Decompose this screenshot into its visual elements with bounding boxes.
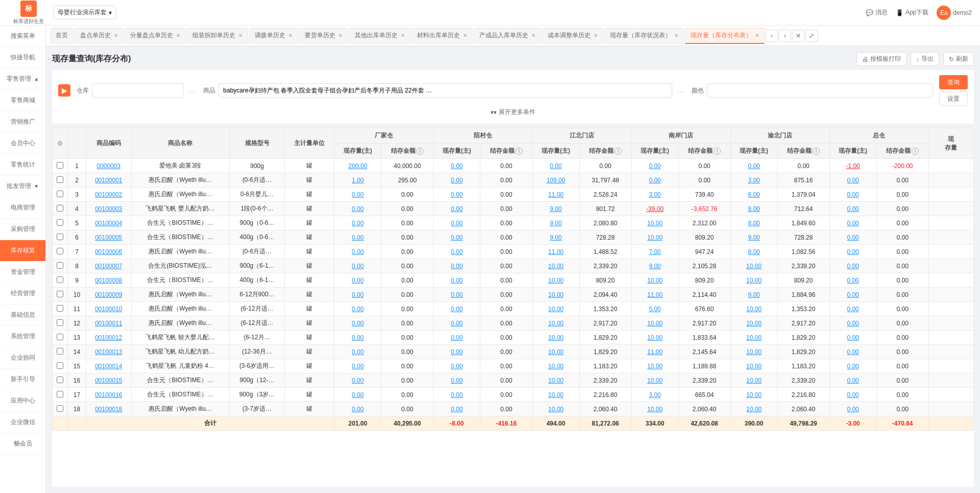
warehouse-input[interactable] <box>92 83 184 98</box>
row-code[interactable]: 00100013 <box>86 345 132 359</box>
row-nanan-qty[interactable]: 10.00 <box>631 316 678 331</box>
tab-transfer[interactable]: 调拨单历史✕ <box>249 28 298 43</box>
row-total-qty[interactable]: 0.00 <box>829 173 876 187</box>
sidebar-item-app-center[interactable]: 应用中心 <box>0 390 45 412</box>
row-mocun-qty[interactable]: 0.00 <box>433 273 480 288</box>
row-select-checkbox[interactable] <box>57 219 63 226</box>
row-factory-qty[interactable]: 0.00 <box>334 345 381 359</box>
row-select-checkbox[interactable] <box>57 248 63 254</box>
row-jiangbei-qty[interactable]: 10.00 <box>532 288 579 302</box>
sidebar-item-guide[interactable]: 新手引导 <box>0 369 45 390</box>
row-factory-qty[interactable]: 0.00 <box>334 273 381 288</box>
row-select-checkbox[interactable] <box>57 391 63 397</box>
messages-btn[interactable]: 💬 消息 <box>866 8 888 17</box>
row-yubei-qty[interactable]: 6.00 <box>730 187 777 202</box>
row-nanan-qty[interactable]: 10.00 <box>631 216 678 230</box>
row-factory-qty[interactable]: 0.00 <box>334 187 381 202</box>
row-checkbox[interactable] <box>53 302 68 316</box>
row-code[interactable]: 00100007 <box>86 259 132 273</box>
row-yubei-qty[interactable]: 8.00 <box>730 245 777 259</box>
row-total-qty[interactable]: 0.00 <box>829 316 876 331</box>
row-code[interactable]: 00100016 <box>86 388 132 402</box>
row-mocun-qty[interactable]: 0.00 <box>433 345 480 359</box>
row-yubei-qty[interactable]: 10.00 <box>730 302 777 316</box>
tab-close-icon[interactable]: ✕ <box>531 33 535 38</box>
col-settings-header[interactable]: ⚙ <box>53 128 68 159</box>
row-yubei-qty[interactable]: 10.00 <box>730 316 777 331</box>
row-total-qty[interactable]: 0.00 <box>829 402 876 416</box>
row-select-checkbox[interactable] <box>57 233 63 240</box>
row-total-qty[interactable]: 0.00 <box>829 230 876 245</box>
row-code[interactable]: 00100010 <box>86 302 132 316</box>
user-area[interactable]: Ea demo2 <box>937 6 972 20</box>
row-checkbox[interactable] <box>53 187 68 202</box>
row-nanan-qty[interactable]: 11.00 <box>631 345 678 359</box>
row-select-checkbox[interactable] <box>57 176 63 183</box>
row-mocun-qty[interactable]: 0.00 <box>433 259 480 273</box>
tab-portion-check[interactable]: 分量盘点单历史✕ <box>125 28 186 43</box>
row-factory-qty[interactable]: 0.00 <box>334 331 381 345</box>
sidebar-item-corp-wechat[interactable]: 企业微信 <box>0 412 45 433</box>
row-yubei-qty[interactable]: 9.00 <box>730 288 777 302</box>
row-yubei-qty[interactable]: 10.00 <box>730 402 777 416</box>
info-icon[interactable]: i <box>714 148 721 155</box>
row-factory-qty[interactable]: 0.00 <box>334 373 381 388</box>
row-checkbox[interactable] <box>53 359 68 373</box>
row-total-qty[interactable]: 0.00 <box>829 187 876 202</box>
query-btn[interactable]: 查询 <box>939 75 968 89</box>
row-nanan-qty[interactable]: 0.00 <box>631 159 678 173</box>
row-nanan-qty[interactable]: -39.00 <box>631 202 678 216</box>
row-code[interactable]: 00100006 <box>86 245 132 259</box>
tab-next-btn[interactable]: › <box>779 30 791 42</box>
row-mocun-qty[interactable]: 0.00 <box>433 245 480 259</box>
tab-assembly[interactable]: 组装拆卸单历史✕ <box>187 28 248 43</box>
warehouse-dots[interactable]: … <box>187 87 197 94</box>
row-mocun-qty[interactable]: 0.00 <box>433 302 480 316</box>
sidebar-item-ecommerce[interactable]: 电商管理 <box>0 197 45 219</box>
row-jiangbei-qty[interactable]: 10.00 <box>532 316 579 331</box>
row-factory-qty[interactable]: 0.00 <box>334 302 381 316</box>
row-factory-qty[interactable]: 0.00 <box>334 245 381 259</box>
row-factory-qty[interactable]: 1.00 <box>334 173 381 187</box>
row-checkbox[interactable] <box>53 402 68 416</box>
row-jiangbei-qty[interactable]: 10.00 <box>532 373 579 388</box>
row-total-qty[interactable]: 0.00 <box>829 259 876 273</box>
row-mocun-qty[interactable]: 0.00 <box>433 359 480 373</box>
tab-close-icon[interactable]: ✕ <box>674 33 678 38</box>
product-input[interactable] <box>218 83 672 98</box>
row-yubei-qty[interactable]: 8.00 <box>730 216 777 230</box>
tab-maximize-btn[interactable]: ⤢ <box>805 30 818 42</box>
row-code[interactable]: 00100018 <box>86 402 132 416</box>
row-factory-qty[interactable]: 0.00 <box>334 202 381 216</box>
row-nanan-qty[interactable]: 0.00 <box>631 173 678 187</box>
row-jiangbei-qty[interactable]: 10.00 <box>532 345 579 359</box>
row-checkbox[interactable] <box>53 388 68 402</box>
row-total-qty[interactable]: 0.00 <box>829 359 876 373</box>
row-factory-qty[interactable]: 0.00 <box>334 402 381 416</box>
row-select-checkbox[interactable] <box>57 262 63 269</box>
tab-close-icon[interactable]: ✕ <box>401 33 405 38</box>
row-mocun-qty[interactable]: 0.00 <box>433 388 480 402</box>
row-checkbox[interactable] <box>53 230 68 245</box>
row-select-checkbox[interactable] <box>57 162 63 169</box>
tab-stock-dist[interactable]: 现存量（库存分布表）✕ <box>685 28 765 44</box>
row-code[interactable]: 0000003 <box>86 159 132 173</box>
row-total-qty[interactable]: 0.00 <box>829 202 876 216</box>
row-factory-qty[interactable]: 0.00 <box>334 230 381 245</box>
row-yubei-qty[interactable]: 0.00 <box>730 159 777 173</box>
row-checkbox[interactable] <box>53 345 68 359</box>
row-mocun-qty[interactable]: 0.00 <box>433 331 480 345</box>
tab-other-out[interactable]: 其他出库单历史✕ <box>349 28 410 43</box>
row-total-qty[interactable]: 0.00 <box>829 388 876 402</box>
tab-close-icon[interactable]: ✕ <box>594 33 598 38</box>
row-jiangbei-qty[interactable]: 10.00 <box>532 359 579 373</box>
row-checkbox[interactable] <box>53 173 68 187</box>
row-total-qty[interactable]: 0.00 <box>829 373 876 388</box>
info-icon[interactable]: i <box>615 148 622 155</box>
expand-btn[interactable]: ▶ <box>58 84 70 97</box>
row-select-checkbox[interactable] <box>57 205 63 212</box>
row-select-checkbox[interactable] <box>57 191 63 197</box>
row-checkbox[interactable] <box>53 331 68 345</box>
tab-cost-adjust[interactable]: 成本调整单历史✕ <box>542 28 603 43</box>
row-yubei-qty[interactable]: 3.00 <box>730 173 777 187</box>
